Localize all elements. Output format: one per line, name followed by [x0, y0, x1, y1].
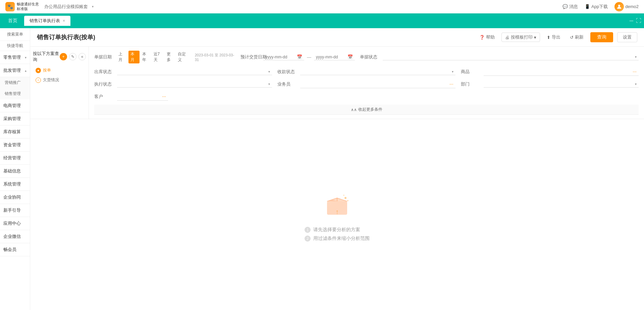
status-select-arrow: ▾ — [635, 55, 637, 59]
sidebar-item-inventory[interactable]: 库存核算 — [0, 125, 30, 139]
hint-text-2: 用过滤条件来缩小分析范围 — [313, 236, 370, 242]
calendar-end-icon: 📅 — [347, 54, 353, 59]
expected-date-end[interactable] — [316, 55, 346, 59]
sidebar-item-system[interactable]: 系统管理 — [0, 178, 30, 191]
date-tab-7days[interactable]: 近7天 — [152, 51, 164, 63]
refresh-button[interactable]: ↺ 刷新 — [567, 33, 586, 42]
sidebar-item-nav[interactable]: 快捷导航 — [0, 41, 30, 51]
message-label: 消息 — [569, 4, 578, 10]
sidebar: 搜索菜单 快捷导航 零售管理 ▾ 批发管理 ▴ 营销推广 销售管理 电商管理 采… — [0, 28, 30, 310]
message-button[interactable]: 💬 消息 — [562, 4, 578, 10]
filter-scheme-按单[interactable]: ● 按单 — [33, 65, 86, 75]
settings-button[interactable]: 设置 — [617, 32, 637, 42]
expected-date-start[interactable] — [265, 55, 296, 59]
filter-row-3: 执行状态 ▾ 业务员 ··· 部门 — [94, 80, 639, 88]
filter-add-button[interactable]: + — [60, 53, 67, 60]
top-header-left: 🐾 畅捷通好生意 标准版 办公用品行业模拟账套 ▾ — [5, 2, 94, 11]
logo-text: 畅捷通好生意 标准版 — [17, 2, 39, 11]
salesperson-select[interactable]: ··· — [300, 80, 455, 88]
tab-bar: 首页 销售订单执行表 × ─ ⛶ — [0, 13, 644, 28]
goods-dots-icon[interactable]: ··· — [633, 69, 637, 74]
sidebar-item-search[interactable]: 搜索菜单 — [0, 28, 30, 41]
app-download-button[interactable]: 📱 App下载 — [585, 4, 608, 10]
sidebar-item-ecommerce[interactable]: 电商管理 — [0, 99, 30, 112]
filter-sidebar-title: 按以下方案查询 — [33, 51, 60, 63]
customer-dots-icon[interactable]: ··· — [162, 94, 166, 99]
date-tab-more[interactable]: 更多 — [165, 51, 175, 63]
help-label: 帮助 — [486, 34, 495, 40]
sidebar-label-membership: 畅会员 — [3, 247, 16, 253]
collapse-label: 收起更多条件 — [358, 107, 382, 112]
sidebar-item-purchase[interactable]: 采购管理 — [0, 112, 30, 125]
filter-scheme-欠货[interactable]: ○ 欠货情况 — [33, 75, 86, 85]
svg-text:↑: ↑ — [335, 208, 339, 215]
help-button[interactable]: ❓ 帮助 — [477, 33, 497, 42]
sidebar-item-enterprise[interactable]: 企业协同 — [0, 191, 30, 204]
svg-point-0 — [618, 5, 620, 7]
payment-select[interactable]: ▾ — [300, 68, 455, 75]
tab-close-button[interactable]: × — [63, 18, 65, 23]
sidebar-item-sales-mgmt[interactable]: 销售管理 — [0, 88, 30, 99]
filter-field-salesperson: 业务员 ··· — [277, 80, 455, 88]
hint-text-1: 请先选择要分析的方案 — [313, 227, 360, 233]
tab-maximize-icon[interactable]: ⛶ — [636, 18, 641, 24]
salesperson-dots-icon[interactable]: ··· — [449, 81, 453, 87]
sidebar-item-retail[interactable]: 零售管理 ▾ — [0, 51, 30, 64]
filter-row-2: 出库状态 ▾ 收款状态 ▾ 商品 — [94, 67, 639, 76]
warehouse-select[interactable]: ▾ — [117, 68, 272, 75]
filter-main: 单据日期 上月 本月 本年 近7天 更多 自定义 2023-03-01 至 20… — [89, 47, 644, 119]
export-label: 导出 — [552, 34, 560, 40]
payment-arrow: ▾ — [452, 70, 453, 73]
customer-select[interactable]: ··· — [117, 92, 168, 101]
print-label: 按模板打印 — [511, 34, 533, 40]
help-icon: ❓ — [479, 35, 485, 40]
collapse-button[interactable]: ∧∧ 收起更多条件 — [351, 107, 382, 112]
logo-area[interactable]: 🐾 畅捷通好生意 标准版 — [5, 2, 39, 11]
department-select[interactable]: ▾ — [484, 81, 639, 88]
status-select[interactable]: ▾ — [383, 54, 639, 60]
date-tab-this-year[interactable]: 本年 — [141, 51, 151, 63]
tab-home[interactable]: 首页 — [3, 15, 23, 27]
hint-num-2: 2 — [305, 236, 311, 242]
sidebar-item-basic-info[interactable]: 基础信息 — [0, 165, 30, 178]
filter-field-status: 单据状态 ▾ — [360, 54, 639, 60]
expected-date-start-wrap: 📅 — [263, 54, 304, 60]
calendar-start-icon: 📅 — [297, 54, 302, 59]
sidebar-item-wholesale[interactable]: 批发管理 ▴ — [0, 64, 30, 77]
top-header: 🐾 畅捷通好生意 标准版 办公用品行业模拟账套 ▾ 💬 消息 📱 App下载 d… — [0, 0, 644, 13]
sidebar-item-operations[interactable]: 经营管理 — [0, 152, 30, 165]
sidebar-label-retail: 零售管理 — [3, 54, 21, 60]
empty-hint-1: 1 请先选择要分析的方案 — [305, 227, 370, 233]
system-dropdown-arrow[interactable]: ▾ — [92, 5, 94, 8]
goods-select[interactable]: ··· — [484, 67, 639, 76]
tab-active[interactable]: 销售订单执行表 × — [24, 16, 70, 26]
message-icon: 💬 — [562, 4, 568, 9]
filter-field-exec: 执行状态 ▾ — [94, 81, 272, 88]
hint-num-1: 1 — [305, 227, 311, 233]
date-range-display: 2023-03-01 至 2023-03-31 — [195, 53, 235, 62]
sidebar-item-finance[interactable]: 资金管理 — [0, 139, 30, 152]
sidebar-item-apps[interactable]: 应用中心 — [0, 217, 30, 230]
filter-collapse-button[interactable]: « — [78, 53, 86, 60]
print-button[interactable]: 🖨 按模板打印 ▾ — [501, 33, 540, 42]
data-area: ↑ 1 请先选择要分析的方案 2 用过滤条件来缩小分析范围 — [30, 119, 644, 310]
sidebar-item-marketing[interactable]: 营销推广 — [0, 77, 30, 88]
date-tab-this-month[interactable]: 本月 — [128, 51, 140, 63]
sidebar-label-guide: 新手引导 — [3, 207, 21, 213]
exec-select[interactable]: ▾ — [117, 81, 272, 88]
tab-minimize-icon[interactable]: ─ — [630, 18, 633, 24]
print-icon: 🖨 — [505, 35, 509, 40]
user-menu[interactable]: demo2 — [614, 2, 639, 11]
avatar — [614, 2, 624, 11]
page-header: 销售订单执行表(按单) ❓ 帮助 🖨 按模板打印 ▾ ⬆ 导出 ↺ 刷新 — [30, 28, 644, 47]
expected-date-label: 预计交货日期 — [240, 54, 261, 60]
query-button[interactable]: 查询 — [590, 32, 613, 42]
sidebar-item-wechat[interactable]: 企业微信 — [0, 230, 30, 243]
filter-edit-button[interactable]: ✎ — [69, 53, 76, 60]
export-button[interactable]: ⬆ 导出 — [544, 33, 563, 42]
sidebar-item-guide[interactable]: 新手引导 — [0, 204, 30, 217]
date-tab-custom[interactable]: 自定义 — [176, 51, 190, 63]
sidebar-item-membership[interactable]: 畅会员 — [0, 243, 30, 256]
date-tab-last-month[interactable]: 上月 — [117, 51, 127, 63]
print-dropdown-icon: ▾ — [534, 35, 536, 40]
